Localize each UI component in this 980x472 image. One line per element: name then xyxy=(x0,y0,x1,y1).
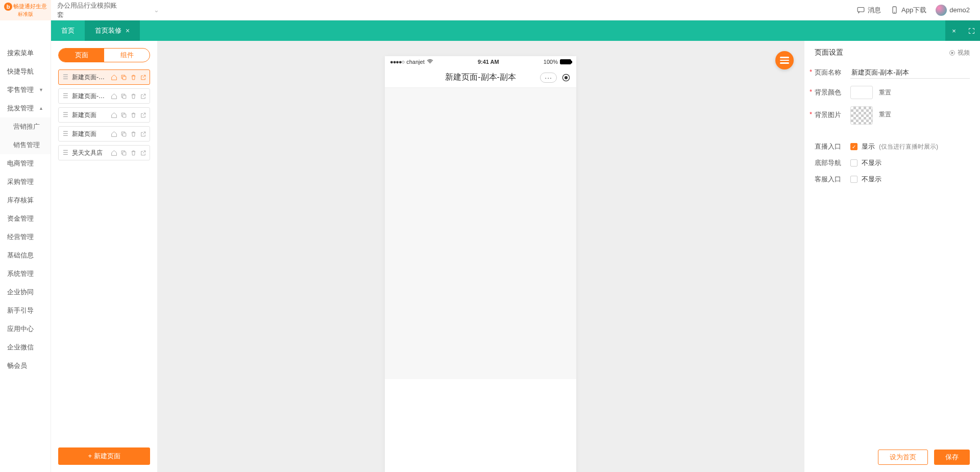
sidebar-item[interactable]: 批发管理▲ xyxy=(0,99,51,117)
segment-component[interactable]: 组件 xyxy=(104,49,150,62)
drag-icon[interactable]: ☰ xyxy=(62,149,69,156)
phone-body[interactable] xyxy=(385,88,576,379)
signal-icon: ●●●●○ xyxy=(390,59,404,65)
delete-icon[interactable] xyxy=(130,111,137,119)
drag-icon[interactable]: ☰ xyxy=(62,111,69,119)
page-row-name: 昊天文具店 xyxy=(72,149,107,157)
username: demo2 xyxy=(949,6,970,14)
delete-icon[interactable] xyxy=(130,74,137,81)
battery-icon xyxy=(560,59,571,64)
segment-page[interactable]: 页面 xyxy=(59,49,104,62)
logo: b 畅捷通好生意 标准版 xyxy=(0,0,51,20)
share-icon[interactable] xyxy=(139,92,146,100)
page-name-input[interactable] xyxy=(850,66,970,79)
share-icon[interactable] xyxy=(139,130,146,137)
sidebar-item[interactable]: 营销推广 xyxy=(0,117,51,136)
video-link[interactable]: 视频 xyxy=(949,49,970,57)
menu-fab[interactable] xyxy=(775,51,794,69)
sidebar-item[interactable]: 畅会员 xyxy=(0,357,51,375)
copy-icon[interactable] xyxy=(120,92,127,100)
tab-home-label: 首页 xyxy=(61,26,75,35)
bottomnav-checkbox[interactable] xyxy=(850,159,857,167)
delete-icon[interactable] xyxy=(130,149,137,156)
drag-icon[interactable]: ☰ xyxy=(62,92,69,100)
sidebar-item[interactable]: 零售管理▼ xyxy=(0,81,51,99)
sidebar-item[interactable]: 电商管理 xyxy=(0,154,51,173)
home-icon[interactable] xyxy=(110,130,117,137)
page-row[interactable]: ☰ 新建页面 xyxy=(58,126,150,141)
tab-close-all[interactable]: × xyxy=(945,20,963,41)
delete-icon[interactable] xyxy=(130,92,137,100)
sidebar-item[interactable]: 快捷导航 xyxy=(0,62,51,81)
sidebar-item[interactable]: 搜索菜单 xyxy=(0,44,51,62)
copy-icon[interactable] xyxy=(120,130,127,137)
sidebar-item[interactable]: 库存核算 xyxy=(0,191,51,209)
share-icon[interactable] xyxy=(139,149,146,156)
live-hint: (仅当进行直播时展示) xyxy=(879,143,938,151)
svg-rect-0 xyxy=(857,8,864,12)
bgcolor-swatch[interactable] xyxy=(850,86,873,99)
sidebar-item[interactable]: 应用中心 xyxy=(0,320,51,338)
delete-icon[interactable] xyxy=(130,130,137,137)
home-icon[interactable] xyxy=(110,92,117,100)
sidebar-item[interactable]: 新手引导 xyxy=(0,301,51,320)
bgimg-label: 背景图片 xyxy=(815,106,850,120)
new-page-button[interactable]: + 新建页面 xyxy=(58,447,150,465)
drag-icon[interactable]: ☰ xyxy=(62,74,69,81)
copy-icon[interactable] xyxy=(120,149,127,156)
wifi-icon xyxy=(427,58,433,66)
save-button[interactable]: 保存 xyxy=(934,450,970,465)
sidebar-item[interactable]: 基础信息 xyxy=(0,246,51,265)
phone-page-title: 新建页面-副本-副本 xyxy=(445,72,516,83)
sidebar-item[interactable]: 经营管理 xyxy=(0,228,51,246)
bgimg-swatch[interactable] xyxy=(850,106,873,125)
live-label: 直播入口 xyxy=(815,142,850,151)
copy-icon[interactable] xyxy=(120,74,127,81)
service-text: 不显示 xyxy=(862,175,881,184)
page-row[interactable]: ☰ 昊天文具店 xyxy=(58,145,150,160)
user-menu[interactable]: demo2 xyxy=(936,5,970,16)
service-label: 客服入口 xyxy=(815,175,850,184)
share-icon[interactable] xyxy=(139,74,146,81)
message-icon xyxy=(856,6,865,14)
bgcolor-reset[interactable]: 重置 xyxy=(879,88,891,97)
service-checkbox[interactable] xyxy=(850,176,857,183)
home-icon[interactable] xyxy=(110,149,117,156)
sidebar-item[interactable]: 采购管理 xyxy=(0,173,51,191)
sidebar-item[interactable]: 资金管理 xyxy=(0,209,51,228)
hamburger-icon xyxy=(780,60,789,61)
settings-panel: 页面设置 视频 页面名称 背景颜色 重置 背景图片 重置 xyxy=(804,41,980,472)
live-show-text: 显示 xyxy=(862,142,875,151)
tab-fullscreen[interactable] xyxy=(963,20,980,41)
home-icon[interactable] xyxy=(110,74,117,81)
page-row[interactable]: ☰ 新建页面 xyxy=(58,107,150,123)
page-row[interactable]: ☰ 新建页面-副本 xyxy=(58,88,150,104)
target-icon[interactable] xyxy=(561,73,571,83)
bottomnav-label: 底部导航 xyxy=(815,158,850,168)
page-row-name: 新建页面-副本 xyxy=(72,92,107,101)
tab-strip: 首页 首页装修 × × xyxy=(0,20,980,41)
live-checkbox[interactable]: ✓ xyxy=(850,143,857,150)
set-home-button[interactable]: 设为首页 xyxy=(878,450,928,465)
play-icon xyxy=(949,50,955,56)
sidebar-item[interactable]: 企业协同 xyxy=(0,283,51,301)
sidebar-item[interactable]: 企业微信 xyxy=(0,338,51,357)
bgimg-reset[interactable]: 重置 xyxy=(879,106,891,119)
share-icon[interactable] xyxy=(139,111,146,119)
tab-home[interactable]: 首页 xyxy=(51,20,85,41)
tab-design[interactable]: 首页装修 × xyxy=(85,20,140,41)
phone-status-bar: ●●●●○ chanjet 9:41 AM 100% xyxy=(385,56,576,67)
home-icon[interactable] xyxy=(110,111,117,119)
close-icon[interactable]: × xyxy=(126,27,130,35)
drag-icon[interactable]: ☰ xyxy=(62,130,69,137)
app-download-button[interactable]: App下载 xyxy=(890,6,926,15)
miniapp-menu-icon[interactable]: ··· xyxy=(540,73,557,83)
phone-icon xyxy=(890,6,899,14)
copy-icon[interactable] xyxy=(120,111,127,119)
top-bar: b 畅捷通好生意 标准版 办公用品行业模拟账套 ⌄ 消息 App下载 demo2 xyxy=(0,0,980,20)
sidebar-item[interactable]: 系统管理 xyxy=(0,265,51,283)
page-row[interactable]: ☰ 新建页面-副本-... xyxy=(58,69,150,85)
sidebar-item[interactable]: 销售管理 xyxy=(0,136,51,154)
account-selector[interactable]: 办公用品行业模拟账套 ⌄ xyxy=(57,1,159,19)
messages-button[interactable]: 消息 xyxy=(856,6,881,15)
